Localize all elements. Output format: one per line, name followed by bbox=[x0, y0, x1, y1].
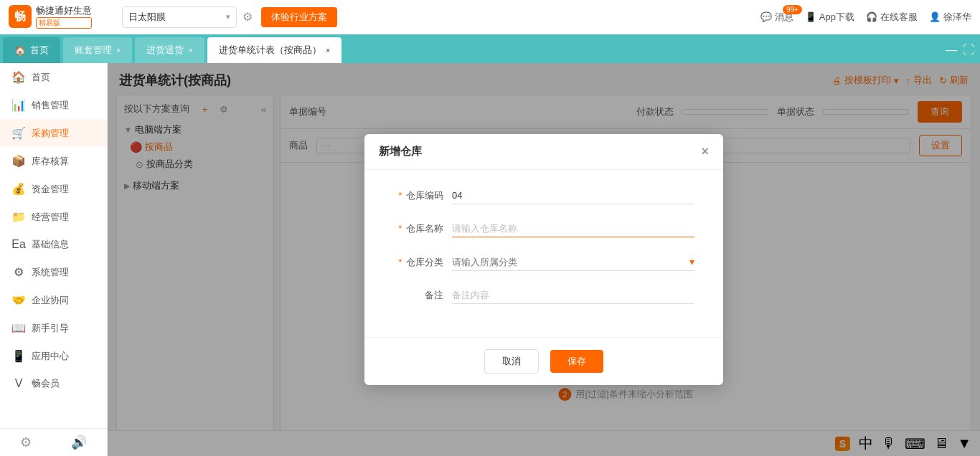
new-warehouse-modal: 新增仓库 × * 仓库编码 * bbox=[364, 134, 723, 385]
sidebar-item-system[interactable]: ⚙ 系统管理 bbox=[0, 258, 107, 286]
member-icon: V bbox=[11, 377, 26, 390]
service-label: 在线客服 bbox=[880, 11, 918, 24]
inventory-icon: 📦 bbox=[11, 154, 26, 168]
sidebar-sales-label: 销售管理 bbox=[32, 99, 69, 112]
tab-purchase-return[interactable]: 进货退货 × bbox=[135, 37, 204, 63]
sidebar-system-label: 系统管理 bbox=[32, 266, 69, 279]
sidebar-item-member[interactable]: V 畅会员 bbox=[0, 370, 107, 397]
sidebar-operations-label: 经营管理 bbox=[32, 211, 69, 224]
phone-icon: 📱 bbox=[805, 11, 816, 22]
sidebar-item-sales[interactable]: 📊 销售管理 bbox=[0, 91, 107, 119]
modal-title: 新增仓库 bbox=[379, 145, 422, 158]
tab-purchase-stat-label: 进货单统计表（按商品） bbox=[219, 44, 321, 57]
search-value: 日太阳膜 bbox=[128, 11, 166, 24]
trial-button[interactable]: 体验行业方案 bbox=[261, 7, 337, 27]
modal-body: * 仓库编码 * 仓库名称 bbox=[364, 170, 723, 337]
sidebar-member-label: 畅会员 bbox=[32, 377, 60, 390]
home-sidebar-icon: 🏠 bbox=[11, 70, 26, 84]
logo-text: 畅捷通好生意 bbox=[36, 5, 92, 17]
warehouse-remark-row: 备注 bbox=[393, 287, 694, 304]
sidebar-item-home[interactable]: 🏠 首页 bbox=[0, 63, 107, 91]
sidebar-basic-info-label: 基础信息 bbox=[32, 238, 69, 251]
sidebar-collapse-icon[interactable]: 🔊 bbox=[71, 434, 87, 450]
logo-badge: 精易版 bbox=[36, 17, 92, 29]
sidebar-item-inventory[interactable]: 📦 库存核算 bbox=[0, 147, 107, 175]
user-avatar-icon: 👤 bbox=[929, 11, 941, 22]
sidebar-item-guide[interactable]: 📖 新手引导 bbox=[0, 314, 107, 342]
chevron-down-icon: ▾ bbox=[226, 12, 230, 22]
category-caret-icon: ▾ bbox=[689, 256, 694, 267]
content-area: 进货单统计(按商品) 🖨 按模板打印 ▾ ↑ 导出 ↻ 刷新 bbox=[108, 63, 980, 456]
notification-count: 99+ bbox=[783, 5, 802, 14]
sidebar-purchase-label: 采购管理 bbox=[32, 127, 69, 140]
sidebar-bottom: ⚙ 🔊 bbox=[0, 428, 107, 456]
headset-icon: 🎧 bbox=[866, 11, 877, 22]
header-right: 💬 消息 99+ 📱 App下载 🎧 在线客服 👤 徐泽华 bbox=[760, 11, 971, 24]
sidebar: 🏠 首页 📊 销售管理 🛒 采购管理 📦 库存核算 💰 资金管理 📁 经营管理 … bbox=[0, 63, 108, 456]
modal-overlay: 新增仓库 × * 仓库编码 * bbox=[108, 63, 980, 456]
tab-account-label: 账套管理 bbox=[75, 44, 112, 57]
app-center-icon: 📱 bbox=[11, 349, 26, 363]
app-download-item[interactable]: 📱 App下载 bbox=[805, 11, 854, 24]
sidebar-app-center-label: 应用中心 bbox=[32, 350, 69, 363]
sidebar-item-purchase[interactable]: 🛒 采购管理 bbox=[0, 119, 107, 147]
warehouse-name-label: * 仓库名称 bbox=[393, 222, 443, 235]
tab-expand-icon[interactable]: ⛶ bbox=[963, 44, 974, 57]
sidebar-item-finance[interactable]: 💰 资金管理 bbox=[0, 175, 107, 203]
message-icon: 💬 bbox=[760, 11, 772, 22]
tab-home-label: 首页 bbox=[30, 44, 49, 57]
settings-icon[interactable]: ⚙ bbox=[242, 10, 253, 24]
sidebar-inventory-label: 库存核算 bbox=[32, 155, 69, 168]
warehouse-name-row: * 仓库名称 bbox=[393, 220, 694, 237]
sidebar-item-app-center[interactable]: 📱 应用中心 bbox=[0, 342, 107, 370]
warehouse-name-input[interactable] bbox=[452, 220, 694, 237]
tab-bar: 🏠 首页 账套管理 × 进货退货 × 进货单统计表（按商品） × — ⛶ bbox=[0, 34, 980, 63]
warehouse-code-row: * 仓库编码 bbox=[393, 187, 694, 204]
tab-purchase-return-close-icon[interactable]: × bbox=[188, 46, 192, 54]
warehouse-category-input[interactable] bbox=[452, 257, 689, 267]
top-header: 畅 畅捷通好生意 精易版 日太阳膜 ▾ ⚙ 体验行业方案 💬 消息 99+ 📱 … bbox=[0, 0, 980, 34]
user-name: 徐泽华 bbox=[943, 11, 971, 24]
sidebar-cooperation-label: 企业协同 bbox=[32, 294, 69, 307]
sidebar-item-basic-info[interactable]: Ea 基础信息 bbox=[0, 231, 107, 258]
tab-home[interactable]: 🏠 首页 bbox=[3, 37, 60, 63]
system-icon: ⚙ bbox=[11, 265, 26, 279]
warehouse-category-row: * 仓库分类 ▾ bbox=[393, 253, 694, 271]
notification-item[interactable]: 💬 消息 99+ bbox=[760, 11, 793, 24]
tab-bar-end: — ⛶ bbox=[940, 37, 980, 63]
main-layout: 🏠 首页 📊 销售管理 🛒 采购管理 📦 库存核算 💰 资金管理 📁 经营管理 … bbox=[0, 63, 980, 456]
tab-account[interactable]: 账套管理 × bbox=[63, 37, 132, 63]
sales-icon: 📊 bbox=[11, 98, 26, 112]
warehouse-category-select[interactable]: ▾ bbox=[452, 253, 694, 271]
header-search[interactable]: 日太阳膜 ▾ bbox=[122, 6, 237, 28]
guide-icon: 📖 bbox=[11, 321, 26, 335]
tab-purchase-return-label: 进货退货 bbox=[146, 44, 184, 57]
warehouse-category-label: * 仓库分类 bbox=[393, 256, 443, 269]
sidebar-guide-label: 新手引导 bbox=[32, 322, 69, 335]
modal-header: 新增仓库 × bbox=[364, 134, 723, 170]
cooperation-icon: 🤝 bbox=[11, 293, 26, 307]
home-icon: 🏠 bbox=[14, 45, 26, 56]
user-item[interactable]: 👤 徐泽华 bbox=[929, 11, 971, 24]
warehouse-remark-input[interactable] bbox=[452, 287, 694, 304]
tab-minimize-icon[interactable]: — bbox=[946, 44, 957, 57]
modal-close-icon[interactable]: × bbox=[701, 144, 709, 159]
tab-account-close-icon[interactable]: × bbox=[116, 46, 121, 54]
tab-purchase-stat[interactable]: 进货单统计表（按商品） × bbox=[207, 37, 341, 63]
sidebar-settings-icon[interactable]: ⚙ bbox=[20, 434, 32, 450]
modal-footer: 取消 保存 bbox=[364, 337, 723, 385]
tab-purchase-stat-close-icon[interactable]: × bbox=[326, 46, 330, 54]
cancel-button[interactable]: 取消 bbox=[484, 349, 539, 374]
logo-icon: 畅 bbox=[9, 5, 32, 28]
warehouse-remark-label: 备注 bbox=[393, 289, 443, 302]
warehouse-code-input[interactable] bbox=[452, 187, 694, 204]
service-item[interactable]: 🎧 在线客服 bbox=[866, 11, 918, 24]
operations-icon: 📁 bbox=[11, 210, 26, 224]
save-button[interactable]: 保存 bbox=[550, 350, 603, 373]
basic-info-icon: Ea bbox=[11, 238, 26, 251]
sidebar-item-cooperation[interactable]: 🤝 企业协同 bbox=[0, 286, 107, 314]
purchase-icon: 🛒 bbox=[11, 126, 26, 140]
sidebar-item-operations[interactable]: 📁 经营管理 bbox=[0, 203, 107, 231]
sidebar-home-label: 首页 bbox=[32, 71, 50, 84]
app-label: App下载 bbox=[819, 11, 854, 24]
